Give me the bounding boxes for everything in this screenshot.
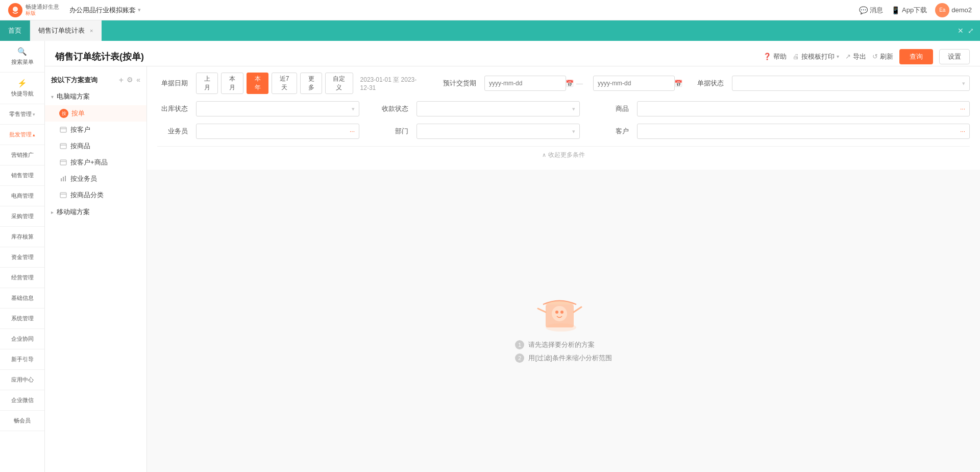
tip-num-2: 2 [515,353,524,363]
empty-tip-1: 1 请先选择要分析的方案 [515,340,611,349]
empty-tip-2: 2 用[过滤]条件来缩小分析范围 [515,353,611,363]
sidebar-item-enterprise-coop[interactable]: 企业协同 [0,329,44,349]
customer-select[interactable]: ··· [637,124,970,139]
mobile-section-header[interactable]: ▸ 移动端方案 [45,203,146,221]
plan-item-by-customer[interactable]: 按客户 [45,122,146,138]
plan-item-by-salesperson[interactable]: 按业务员 [45,171,146,187]
sidebar-item-sales-mgmt[interactable]: 销售管理 [0,166,44,186]
user-profile[interactable]: Ea demo2 [935,3,972,17]
svg-rect-8 [63,177,64,181]
expected-date-label: 预计交货期 [443,79,476,88]
pc-section-header[interactable]: ▾ 电脑端方案 [45,88,146,105]
empty-state-illustration [533,279,594,340]
svg-point-16 [560,311,564,314]
chevron-up-icon: ▴ [33,132,35,137]
expected-date-start-input[interactable]: 📅 [484,76,566,91]
tab-close-icon[interactable]: × [90,28,93,34]
refresh-button[interactable]: ↺ 刷新 [872,52,893,61]
print-button[interactable]: 🖨 按模板打印 ▾ [793,52,839,61]
right-content: 单据日期 上月 本月 本年 近7天 更多 自定义 2023-01-01 至 20… [147,66,980,472]
salesperson-select[interactable]: ··· [196,124,359,139]
date-btn-this-month[interactable]: 本月 [221,73,243,94]
window-close-icon[interactable]: ✕ [958,27,964,35]
tab-sales-order-stats[interactable]: 销售订单统计表 × [30,20,102,41]
breadcrumb[interactable]: 办公用品行业模拟账套 ▾ [69,6,141,15]
message-icon: 💬 [859,6,868,14]
export-button[interactable]: ↗ 导出 [845,52,866,61]
logo-area[interactable]: 畅捷通好生意 标版 [8,3,59,17]
sidebar-item-wholesale-mgmt[interactable]: 批发管理 ▴ [0,125,44,145]
expected-date-end-input[interactable]: 📅 [593,76,675,91]
settings-plan-icon[interactable]: ⚙ [127,76,133,85]
sidebar-item-app-center[interactable]: 应用中心 [0,370,44,390]
date-btn-custom[interactable]: 自定义 [325,73,353,94]
sidebar-item-new-guide[interactable]: 新手引导 [0,349,44,370]
plan-item-by-product-category[interactable]: 按商品分类 [45,187,146,203]
ship-select-chevron-icon: ▾ [352,106,355,112]
query-button[interactable]: 查询 [899,49,933,64]
app-download-button[interactable]: 📱 App下载 [891,6,927,15]
payment-status-select[interactable]: ▾ [416,101,580,116]
svg-rect-1 [60,127,66,132]
svg-point-0 [13,7,18,12]
sidebar-item-finance-mgmt[interactable]: 资金管理 [0,247,44,268]
chevron-down-icon: ▾ [33,112,35,117]
sidebar-item-operation-mgmt[interactable]: 经营管理 [0,268,44,288]
svg-line-17 [538,309,546,312]
sidebar-item-inventory[interactable]: 库存核算 [0,227,44,247]
plan-active-icon: 按 [59,109,68,118]
filter-row-3: 业务员 ··· 部门 ▾ 客户 ··· [157,124,970,139]
sidebar-item-quick-nav[interactable]: ⚡ 快捷导航 [0,73,44,104]
date-btn-last7days[interactable]: 近7天 [272,73,297,94]
collapse-bar[interactable]: ∧ 收起更多条件 [157,146,970,163]
refresh-icon: ↺ [872,53,878,60]
date-btn-this-year[interactable]: 本年 [247,73,268,94]
top-bar-right: 💬 消息 📱 App下载 Ea demo2 [859,3,972,17]
sidebar-item-ecommerce-mgmt[interactable]: 电商管理 [0,186,44,206]
collapse-chevron-icon: ∧ [542,152,546,158]
plan-item-by-customer-product[interactable]: 按客户+商品 [45,154,146,171]
avatar: Ea [935,3,949,17]
svg-rect-7 [61,178,62,181]
customer-label: 客户 [598,127,629,136]
svg-rect-10 [60,193,66,198]
sidebar-item-marketing[interactable]: 营销推广 [0,145,44,166]
payment-select-chevron-icon: ▾ [572,106,575,112]
date-range-text: 2023-01-01 至 2023-12-31 [360,76,425,91]
sidebar-item-basic-info[interactable]: 基础信息 [0,288,44,309]
phone-icon: 📱 [891,6,900,14]
message-button[interactable]: 💬 消息 [859,6,883,15]
left-panel-icons: + ⚙ « [119,76,140,85]
product-label: 商品 [598,104,629,113]
ship-status-select[interactable]: ▾ [196,101,359,116]
department-select[interactable]: ▾ [416,124,580,139]
sidebar-item-search-menu[interactable]: 🔍 搜索菜单 [0,41,44,73]
sidebar-item-retail-mgmt[interactable]: 零售管理 ▾ [0,104,44,125]
svg-rect-9 [65,176,66,181]
customer-more-icon[interactable]: ··· [960,128,965,135]
date-btn-last-month[interactable]: 上月 [196,73,218,94]
product-more-icon[interactable]: ··· [960,105,965,112]
search-icon: 🔍 [17,47,27,56]
tab-home[interactable]: 首页 [0,20,30,41]
status-select[interactable]: ▾ [732,76,970,91]
date-btn-more[interactable]: 更多 [300,73,322,94]
expected-date-end-field[interactable] [598,80,674,87]
payment-status-label: 收款状态 [378,104,408,113]
window-expand-icon[interactable]: ⤢ [968,27,974,35]
department-select-chevron-icon: ▾ [572,128,575,135]
product-select[interactable]: ··· [637,101,970,116]
sidebar-item-system-mgmt[interactable]: 系统管理 [0,309,44,329]
settings-button[interactable]: 设置 [939,49,970,64]
sidebar-item-member[interactable]: 畅会员 [0,411,44,431]
add-plan-icon[interactable]: + [119,76,124,85]
sidebar-item-purchase-mgmt[interactable]: 采购管理 [0,206,44,227]
collapse-panel-icon[interactable]: « [136,76,140,85]
expected-date-start-field[interactable] [489,80,566,87]
plan-item-by-product[interactable]: 按商品 [45,138,146,154]
sidebar-item-enterprise-wechat[interactable]: 企业微信 [0,390,44,411]
plan-item-by-order[interactable]: 按 按单 [45,105,146,122]
salesperson-more-icon[interactable]: ··· [350,128,355,135]
print-chevron-icon: ▾ [837,54,839,59]
help-button[interactable]: ❓ 帮助 [763,52,787,61]
